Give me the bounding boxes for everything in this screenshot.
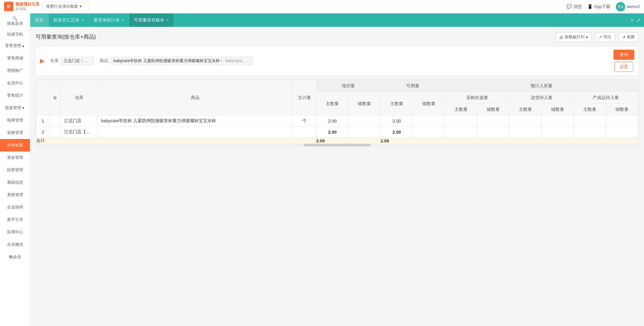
tab-expand-button[interactable]: ⤢ — [636, 17, 641, 24]
th-product: 商品 — [98, 80, 293, 115]
sidebar-item-basics[interactable]: 基础信息 — [0, 176, 30, 189]
sidebar-item-finance[interactable]: 资金管理 — [0, 151, 30, 164]
sidebar-item-wechat[interactable]: 企业微信 — [0, 238, 30, 251]
top-bar: 好 畅捷通好生意 标准版 母婴行业演示账套 ▾ 💬 消息 📱 App下载 Ea — [0, 0, 644, 13]
sidebar-item-appstore[interactable]: 应用中心 — [0, 226, 30, 238]
th-available: 可用量 — [381, 80, 445, 92]
export-icon: ↗ — [599, 35, 602, 40]
sidebar-item-ecommerce[interactable]: 电商管理 — [0, 114, 30, 127]
tab-home[interactable]: 首页 — [30, 13, 49, 27]
message-icon: 💬 — [567, 4, 572, 9]
logo-icon: 好 — [4, 2, 13, 11]
tab-close-available-stock[interactable]: × — [166, 18, 169, 22]
th-incoming-main: 主数量 — [509, 104, 542, 115]
logo-sub: 标准版 — [15, 6, 40, 11]
tab-bar: 首页 收发存汇总表 × 要货单统计表 × 可用量库存账本 × × ⤢ — [30, 13, 644, 27]
product-more[interactable]: ... — [247, 58, 250, 63]
sidebar-search[interactable]: 🔍 搜索菜单 — [0, 13, 30, 30]
download-icon: 📱 — [587, 4, 593, 9]
sidebar-item-purchase[interactable]: 采购管理 — [0, 127, 30, 139]
warehouse-tag-close[interactable]: × — [81, 59, 83, 63]
product-filter: 商品 babycare学饮杯 儿童防摔防撞吸管杯重力球吸嘴杯宝宝水杯 × bab… — [100, 57, 253, 65]
filter-toggle-button[interactable]: ▶ — [40, 57, 45, 64]
th-current-stock: 现存量 — [316, 80, 381, 92]
user-menu[interactable]: Ea demo2 — [616, 2, 640, 11]
sidebar-item-newbie[interactable]: 新手引导 — [0, 214, 30, 226]
table-scrollbar-thumb — [304, 144, 371, 146]
total-row: 合计 2.00 2.00 — [36, 138, 638, 144]
tab-close-receipts[interactable]: × — [82, 18, 84, 22]
chevron-down-icon: ▾ — [79, 4, 82, 9]
avatar: Ea — [616, 2, 625, 11]
th-pur-transit-aux: 辅数量 — [477, 104, 509, 115]
message-button[interactable]: 💬 消息 — [567, 4, 582, 10]
th-main-unit: 主计量 — [293, 80, 316, 115]
th-prod-aux: 辅数量 — [606, 104, 638, 115]
tab-close-all-button[interactable]: × — [631, 17, 634, 23]
tab-available-stock[interactable]: 可用量库存账本 × — [129, 13, 174, 27]
table-scrollbar[interactable] — [36, 144, 638, 146]
refresh-button[interactable]: ↺ 刷新 — [619, 32, 639, 42]
table-row: 2 江北门店【... 2.00 2.00 — [36, 127, 638, 138]
industry-selector[interactable]: 母婴行业演示账套 ▾ — [42, 2, 89, 11]
logo-area: 好 畅捷通好生意 标准版 — [4, 2, 40, 11]
content-area: 首页 收发存汇总表 × 要货单统计表 × 可用量库存账本 × × ⤢ — [30, 13, 644, 326]
page-header: 可用量查询(按仓库+商品) 🖨 按模板打印 ▾ ↗ 导出 ↺ 刷新 — [36, 32, 639, 42]
warehouse-more[interactable]: ... — [84, 58, 88, 63]
sidebar-item-member[interactable]: 会员中心 — [0, 77, 30, 89]
sidebar: 🔍 搜索菜单 快捷导航 零售管理 ▲ 零售商城 营销推广 会员中心 零售统计 批… — [0, 13, 30, 326]
sidebar-item-system[interactable]: 系统管理 — [0, 189, 30, 201]
print-button[interactable]: 🖨 按模板打印 ▾ — [555, 32, 592, 42]
sidebar-item-marketing[interactable]: 营销推广 — [0, 64, 30, 77]
th-pur-transit-main: 主数量 — [445, 104, 477, 115]
th-avail-aux: 辅数量 — [413, 92, 445, 115]
table-row: 1 江北门店 babycare学饮杯 儿童防摔防撞吸管杯重力球吸嘴杯宝宝水杯 个… — [36, 115, 638, 127]
product-value[interactable]: babycare学饮杯 儿童防摔防撞吸管杯重力球吸嘴杯宝宝水杯 × babyca… — [110, 57, 253, 65]
sidebar-item-vip[interactable]: 畅会员 — [0, 251, 30, 263]
th-gear: ⚙ — [50, 80, 61, 115]
th-incoming: 进货待入量 — [509, 92, 574, 104]
th-avail-main: 主数量 — [381, 92, 413, 115]
warehouse-filter: 仓库 江北门店 × ... — [50, 57, 94, 65]
warehouse-value[interactable]: 江北门店 × ... — [61, 57, 94, 65]
search-icon: 🔍 — [12, 16, 17, 21]
th-predicted-instock: 预计入库量 — [445, 80, 638, 92]
total-avail-main: 2.00 — [381, 138, 413, 144]
print-icon: 🖨 — [559, 35, 563, 40]
total-stock-main: 2.00 — [316, 138, 348, 144]
sidebar-item-retail-stats[interactable]: 零售统计 — [0, 89, 30, 102]
gear-icon[interactable]: ⚙ — [53, 95, 57, 100]
sidebar-item-retail-mall[interactable]: 零售商城 — [0, 52, 30, 64]
sidebar-item-inventory[interactable]: 库存核算 — [0, 139, 30, 151]
sidebar-item-operations[interactable]: 经营管理 — [0, 164, 30, 176]
app-download-button[interactable]: 📱 App下载 — [587, 4, 610, 10]
product-label: 商品 — [100, 58, 108, 64]
total-label: 合计 — [36, 138, 316, 144]
tab-receipts[interactable]: 收发存汇总表 × — [49, 13, 89, 27]
settings-button[interactable]: 设置 — [614, 62, 633, 72]
sidebar-item-retail-mgmt[interactable]: 零售管理 ▲ — [0, 40, 30, 52]
export-button[interactable]: ↗ 导出 — [595, 32, 615, 42]
tab-order-stats[interactable]: 要货单统计表 × — [89, 13, 129, 27]
th-pur-transit: 采购在途量 — [445, 92, 509, 104]
query-button[interactable]: 查询 — [613, 50, 634, 60]
main-layout: 🔍 搜索菜单 快捷导航 零售管理 ▲ 零售商城 营销推广 会员中心 零售统计 批… — [0, 13, 644, 326]
chevron-down-icon: ▼ — [22, 106, 25, 110]
sidebar-quick-nav[interactable]: 快捷导航 — [0, 30, 30, 40]
logo-brand: 畅捷通好生意 — [15, 2, 40, 6]
sidebar-item-collab[interactable]: 企业协同 — [0, 201, 30, 214]
sidebar-item-wholesale-mgmt[interactable]: 批发管理 ▼ — [0, 102, 30, 114]
th-stock-main: 主数量 — [316, 92, 348, 115]
filter-actions: 查询 设置 — [613, 50, 634, 72]
top-bar-right: 💬 消息 📱 App下载 Ea demo2 — [567, 2, 640, 11]
page-actions: 🖨 按模板打印 ▾ ↗ 导出 ↺ 刷新 — [555, 32, 639, 42]
product-tag-close[interactable]: × — [221, 59, 223, 63]
th-stock-aux: 辅数量 — [348, 92, 381, 115]
refresh-icon: ↺ — [622, 35, 626, 40]
page-title: 可用量查询(按仓库+商品) — [36, 34, 96, 41]
data-table: ⚙ 仓库 商品 主计量 现存量 可用量 预计入库量 主数量 辅数量 — [36, 80, 638, 144]
th-prod-main: 主数量 — [574, 104, 606, 115]
filter-area: ▶ 仓库 江北门店 × ... 商品 babyca — [36, 46, 639, 76]
tab-close-order-stats[interactable]: × — [122, 18, 124, 22]
th-index — [36, 80, 50, 115]
